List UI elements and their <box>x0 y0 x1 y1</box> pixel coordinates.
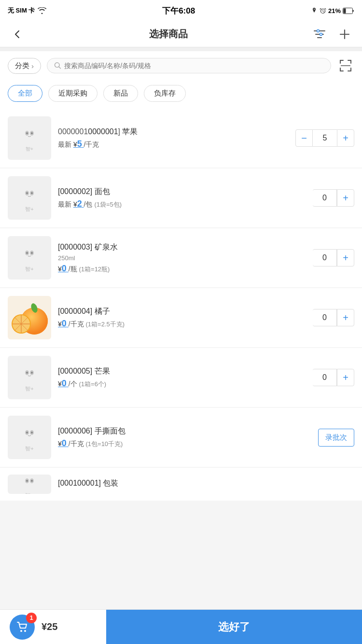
search-input[interactable] <box>64 62 324 70</box>
quantity-control: + <box>313 249 354 266</box>
product-price: ¥0 /个 (1箱=6个) <box>58 378 306 389</box>
product-name: [0000005] 芒果 <box>58 366 306 377</box>
svg-rect-19 <box>350 68 351 71</box>
svg-point-7 <box>320 33 322 35</box>
back-button[interactable] <box>10 27 25 42</box>
product-item: 智+ [0000006] 手撕面包 ¥0 /千克 (1包=10千克) 录批次 <box>0 408 362 467</box>
product-thumbnail: 智+ <box>8 176 51 220</box>
svg-point-32 <box>26 252 28 254</box>
quantity-input[interactable] <box>313 189 337 207</box>
location-icon <box>311 7 318 14</box>
svg-rect-2 <box>344 8 346 13</box>
product-item: 智+ 00000010000001] 苹果 最新 ¥5 /千克 − + <box>0 109 362 168</box>
quantity-input[interactable] <box>313 249 337 266</box>
bottom-bar: 1 ¥25 选好了 <box>0 609 362 644</box>
quantity-increase-button[interactable]: + <box>337 249 354 266</box>
svg-point-28 <box>26 192 28 194</box>
svg-point-21 <box>20 125 39 144</box>
cart-button[interactable]: 1 <box>10 615 35 640</box>
product-name: [0000003] 矿泉水 <box>58 242 306 252</box>
filter-icon <box>313 29 326 40</box>
svg-rect-13 <box>340 60 341 64</box>
search-bar <box>47 58 331 73</box>
status-bar: 无 SIM 卡 下午6:08 21% <box>0 0 362 21</box>
product-info: 00000010000001] 苹果 最新 ¥5 /千克 <box>58 127 289 149</box>
product-info: [0000002] 面包 最新 ¥2 /包 (1袋=5包) <box>58 187 306 209</box>
quantity-input[interactable] <box>313 129 337 147</box>
filter-button[interactable] <box>312 27 327 42</box>
product-price: ¥0 /千克 (1包=10千克) <box>58 438 311 448</box>
cart-icon <box>15 620 29 634</box>
quantity-decrease-button[interactable]: − <box>295 129 313 147</box>
quantity-control: − + <box>295 129 354 147</box>
svg-point-29 <box>31 192 33 194</box>
svg-point-56 <box>20 630 22 632</box>
wifi-icon <box>38 7 46 14</box>
batch-button[interactable]: 录批次 <box>318 429 354 447</box>
divider-1 <box>0 47 362 51</box>
bottom-spacer <box>0 502 362 536</box>
product-name: [0000002] 面包 <box>58 187 306 197</box>
quantity-input[interactable] <box>313 309 337 326</box>
tab-new[interactable]: 新品 <box>103 85 138 102</box>
product-item-partial: 智+ [000100001] 包装 <box>0 468 362 501</box>
product-thumbnail: 智+ <box>8 475 51 494</box>
product-info: [0000004] 橘子 ¥0 /千克 (1箱=2.5千克) <box>58 307 306 329</box>
status-right: 21% <box>311 7 354 14</box>
scan-button[interactable] <box>337 57 354 74</box>
product-info: [0000003] 矿泉水 250ml ¥0 /瓶 (1箱=12瓶) <box>58 242 306 274</box>
nav-actions <box>312 27 352 42</box>
svg-point-24 <box>26 132 28 134</box>
svg-point-51 <box>31 432 33 434</box>
battery-text: 21% <box>328 7 341 14</box>
alarm-icon <box>320 7 326 14</box>
quantity-increase-button[interactable]: + <box>337 369 354 386</box>
svg-point-50 <box>26 432 28 434</box>
svg-point-54 <box>26 480 28 482</box>
product-price: ¥0 /千克 (1箱=2.5千克) <box>58 319 306 329</box>
svg-point-47 <box>31 372 33 374</box>
product-item: 智+ [0000003] 矿泉水 250ml ¥0 /瓶 (1箱=12瓶) + <box>0 228 362 287</box>
product-thumbnail: 智+ <box>8 236 51 280</box>
tab-recent[interactable]: 近期采购 <box>48 85 97 102</box>
tab-row: 全部 近期采购 新品 负库存 <box>0 80 362 109</box>
tab-all[interactable]: 全部 <box>8 85 42 102</box>
status-time: 下午6:08 <box>162 5 195 16</box>
cart-section: 1 ¥25 <box>0 615 106 640</box>
svg-point-33 <box>31 252 33 254</box>
quantity-increase-button[interactable]: + <box>337 129 354 147</box>
product-name: [000100001] 包装 <box>58 478 354 489</box>
quantity-input[interactable] <box>313 369 337 386</box>
battery-icon <box>343 8 354 14</box>
product-price: ¥0 /瓶 (1箱=12瓶) <box>58 264 306 274</box>
product-name: [0000006] 手撕面包 <box>58 426 311 436</box>
svg-rect-17 <box>340 68 341 71</box>
product-spec: 250ml <box>58 254 306 262</box>
product-info: [000100001] 包装 <box>58 478 354 490</box>
filter-row: 分类 › <box>0 51 362 80</box>
product-item: [0000004] 橘子 ¥0 /千克 (1箱=2.5千克) + <box>0 288 362 347</box>
product-name: 00000010000001] 苹果 <box>58 127 289 137</box>
cart-total: ¥25 <box>42 621 57 632</box>
product-item: 智+ [0000005] 芒果 ¥0 /个 (1箱=6个) + <box>0 348 362 407</box>
add-button[interactable] <box>337 27 352 42</box>
quantity-increase-button[interactable]: + <box>337 189 354 207</box>
svg-line-11 <box>59 67 60 68</box>
svg-rect-15 <box>350 60 351 64</box>
quantity-increase-button[interactable]: + <box>337 309 354 326</box>
product-list: 智+ 00000010000001] 苹果 最新 ¥5 /千克 − + <box>0 109 362 501</box>
product-thumbnail: 智+ <box>8 116 51 160</box>
nav-bar: 选择商品 <box>0 21 362 47</box>
product-price: 最新 ¥2 /包 (1袋=5包) <box>58 199 306 209</box>
product-info: [0000005] 芒果 ¥0 /个 (1箱=6个) <box>58 366 306 389</box>
quantity-control: + <box>313 309 354 326</box>
confirm-button[interactable]: 选好了 <box>106 610 362 644</box>
tab-negative-stock[interactable]: 负库存 <box>144 85 186 102</box>
cart-badge: 1 <box>26 613 37 623</box>
category-button[interactable]: 分类 › <box>8 58 41 74</box>
quantity-control: + <box>313 369 354 386</box>
product-info: [0000006] 手撕面包 ¥0 /千克 (1包=10千克) <box>58 426 311 448</box>
add-icon <box>339 29 350 40</box>
quantity-control: + <box>313 189 354 207</box>
svg-point-6 <box>317 29 320 32</box>
